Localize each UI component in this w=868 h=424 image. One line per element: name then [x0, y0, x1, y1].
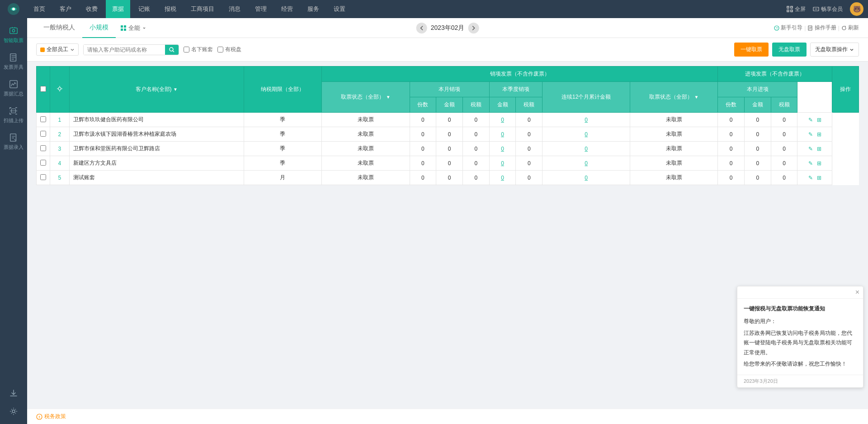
nav-business[interactable]: 工商项目 [184, 0, 221, 18]
nav-operation[interactable]: 经营 [275, 0, 299, 18]
sidebar-item-smart-ticket[interactable]: 智能取票 [1, 23, 26, 48]
row-sale-q-amount-3[interactable]: 0 [489, 156, 516, 171]
no-disk-ops-btn[interactable]: 无盘取票操作 [810, 43, 859, 57]
row-detail-icon-0[interactable]: ⊞ [817, 117, 821, 123]
row-checkbox-4[interactable] [37, 171, 50, 185]
th-client: 客户名称(全部) ▼ [69, 67, 244, 113]
row-sale-status-3: 未取票 [322, 156, 410, 171]
row-sale-12m-3[interactable]: 0 [542, 156, 630, 171]
th-sale-m-count: 份数 [410, 97, 436, 113]
row-detail-icon-3[interactable]: ⊞ [817, 160, 821, 167]
one-click-ticket-btn[interactable]: 一键取票 [734, 43, 769, 57]
sidebar-item-scan[interactable]: 扫描上传 [1, 103, 26, 128]
row-checkbox-1[interactable] [37, 127, 50, 142]
search-input[interactable] [84, 45, 165, 55]
row-checkbox-0[interactable] [37, 113, 50, 127]
row-sale-12m-4[interactable]: 0 [542, 171, 630, 185]
row-client-4[interactable]: 测试账套 [69, 171, 244, 185]
row-edit-icon-4[interactable]: ✎ [808, 175, 813, 181]
no-disk-ticket-btn[interactable]: 无盘取票 [772, 43, 807, 57]
svg-rect-15 [124, 25, 126, 28]
sidebar-item-download[interactable] [1, 385, 26, 401]
sidebar-label-invoice: 发票开具 [4, 64, 24, 71]
th-sale-m-amount: 金额 [436, 97, 463, 113]
nav-manage[interactable]: 管理 [249, 0, 273, 18]
svg-rect-16 [121, 29, 123, 31]
nav-ticket[interactable]: 票据 [106, 0, 130, 18]
nav-fee[interactable]: 收费 [80, 0, 104, 18]
row-detail-icon-4[interactable]: ⊞ [817, 175, 821, 181]
select-all-checkbox[interactable] [40, 86, 46, 92]
row-edit-icon-1[interactable]: ✎ [808, 131, 813, 138]
row-income-m-tax-2: 0 [771, 142, 797, 156]
new-guide-btn[interactable]: ? 新手引导 [774, 24, 802, 32]
row-sale-q-amount-4[interactable]: 0 [489, 171, 516, 185]
period-prev-btn[interactable] [416, 23, 427, 33]
notification-close-btn[interactable]: × [855, 288, 859, 296]
row-num-0: 1 [50, 113, 70, 127]
nav-tax[interactable]: 报税 [158, 0, 183, 18]
nav-service[interactable]: 服务 [301, 0, 326, 18]
row-checkbox-2[interactable] [37, 142, 50, 156]
tab-general[interactable]: 一般纳税人 [36, 18, 82, 38]
tab-small[interactable]: 小规模 [82, 18, 116, 38]
sub-account-filter[interactable]: 名下账套 [184, 46, 213, 53]
row-num-2: 3 [50, 142, 70, 156]
row-detail-icon-1[interactable]: ⊞ [817, 131, 821, 138]
row-sale-q-tax-4: 0 [516, 171, 542, 185]
nav-message[interactable]: 消息 [222, 0, 247, 18]
sidebar-item-open-invoice[interactable]: 发票开具 [1, 49, 26, 74]
nav-home[interactable]: 首页 [27, 0, 52, 18]
sidebar-item-summary[interactable]: 票据汇总 [1, 76, 26, 101]
row-sale-12m-0[interactable]: 0 [542, 113, 630, 127]
row-sale-12m-2[interactable]: 0 [542, 142, 630, 156]
data-table: 客户名称(全部) ▼ 纳税期限（全部） 销项发票（不含作废票） 进项发票（不含作… [36, 66, 859, 185]
row-client-2[interactable]: 卫辉市保和堂医药有限公司卫辉路店 [69, 142, 244, 156]
row-client-3[interactable]: 新建区方方文具店 [69, 156, 244, 171]
row-income-m-amount-3: 0 [745, 156, 771, 171]
row-sale-m-count-2: 0 [410, 142, 436, 156]
sidebar-item-entry[interactable]: 票据录入 [1, 129, 26, 154]
row-sale-q-amount-2[interactable]: 0 [489, 142, 516, 156]
member-btn[interactable]: 畅享会员 [813, 5, 843, 13]
employee-select[interactable]: 全部员工 [36, 43, 79, 56]
nav-accounting[interactable]: 记账 [132, 0, 156, 18]
user-avatar[interactable]: 🐻 [850, 2, 863, 16]
tax-disk-checkbox[interactable] [217, 47, 223, 52]
nav-client[interactable]: 客户 [53, 0, 78, 18]
row-detail-icon-2[interactable]: ⊞ [817, 146, 821, 152]
sidebar-item-config[interactable] [1, 403, 26, 419]
row-sale-q-amount-1[interactable]: 0 [489, 127, 516, 142]
notification-apology: 给您带来的不便敬请谅解，祝您工作愉快！ [744, 359, 857, 369]
th-income-m-amount: 金额 [745, 97, 771, 113]
fullscreen-btn[interactable]: 全屏 [787, 5, 806, 13]
row-period-2: 季 [244, 142, 322, 156]
row-actions-1: ✎ ⊞ [797, 127, 832, 142]
row-client-0[interactable]: 卫辉市玖玖健合医药有限公司 [69, 113, 244, 127]
row-income-status-4: 未取票 [630, 171, 718, 185]
tax-disk-filter[interactable]: 有税盘 [217, 46, 241, 53]
row-sale-q-amount-0[interactable]: 0 [489, 113, 516, 127]
tab-all[interactable]: 全能 [116, 24, 151, 32]
row-edit-icon-3[interactable]: ✎ [808, 160, 813, 167]
svg-rect-3 [791, 6, 793, 8]
row-client-1[interactable]: 卫辉市汲水镇下园湖香椿营木种植家庭农场 [69, 127, 244, 142]
period-nav: 2023年02月 [416, 23, 479, 33]
period-next-btn[interactable] [468, 23, 479, 33]
sub-account-checkbox[interactable] [184, 47, 189, 52]
manual-btn[interactable]: 操作手册 [808, 24, 836, 32]
tax-policy-footer[interactable]: 税务政策 [27, 409, 868, 424]
row-edit-icon-0[interactable]: ✎ [808, 117, 813, 123]
row-sale-12m-1[interactable]: 0 [542, 127, 630, 142]
notification-date: 2023年3月20日 [744, 378, 778, 384]
search-button[interactable] [165, 45, 179, 55]
row-income-m-amount-2: 0 [745, 142, 771, 156]
nav-settings[interactable]: 设置 [327, 0, 352, 18]
row-edit-icon-2[interactable]: ✎ [808, 146, 813, 152]
th-operations: 操作 [832, 67, 859, 113]
row-income-m-count-2: 0 [718, 142, 745, 156]
th-sale-q-amount: 金额 [489, 97, 516, 113]
top-nav-right: 全屏 畅享会员 🐻 [787, 2, 863, 16]
refresh-btn[interactable]: 刷新 [841, 24, 859, 32]
row-checkbox-3[interactable] [37, 156, 50, 171]
